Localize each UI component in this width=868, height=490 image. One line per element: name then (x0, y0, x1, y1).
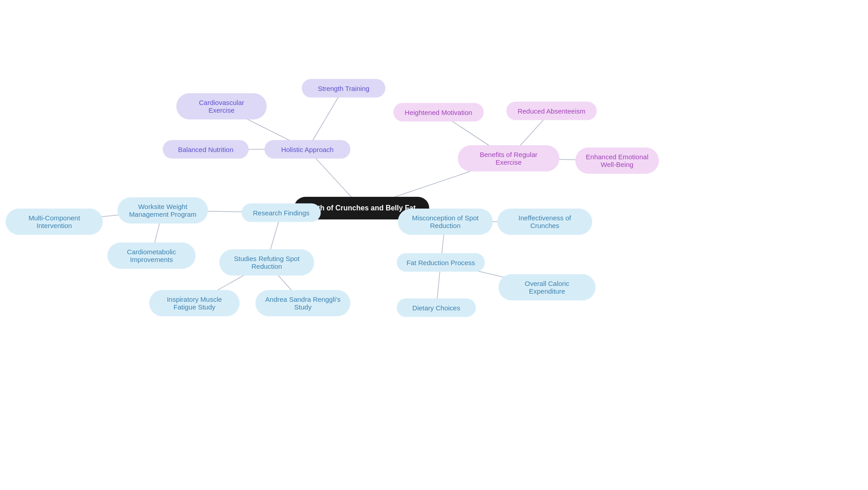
node-worksite[interactable]: Worksite Weight Management Program (118, 197, 208, 224)
node-ineffective[interactable]: Ineffectiveness of Crunches (497, 209, 592, 235)
node-inspiratory[interactable]: Inspiratory Muscle Fatigue Study (149, 290, 240, 316)
node-absenteeism[interactable]: Reduced Absenteeism (506, 102, 597, 120)
node-research[interactable]: Research Findings (242, 204, 321, 222)
mindmap-container: Myth of Crunches and Belly FatHolistic A… (0, 0, 868, 490)
node-benefits[interactable]: Benefits of Regular Exercise (458, 145, 560, 171)
node-misconception[interactable]: Misconception of Spot Reduction (398, 209, 493, 235)
node-strength[interactable]: Strength Training (302, 79, 386, 98)
node-balanced[interactable]: Balanced Nutrition (163, 140, 249, 159)
node-studies[interactable]: Studies Refuting Spot Reduction (219, 249, 314, 276)
node-cardiometa[interactable]: Cardiometabolic Improvements (108, 243, 196, 269)
node-holistic[interactable]: Holistic Approach (264, 140, 350, 159)
node-andrea[interactable]: Andrea Sandra Renggli's Study (255, 290, 350, 316)
node-emotional[interactable]: Enhanced Emotional Well-Being (576, 147, 659, 174)
node-fatreduction[interactable]: Fat Reduction Process (397, 253, 485, 272)
node-dietary[interactable]: Dietary Choices (397, 299, 476, 317)
node-motivation[interactable]: Heightened Motivation (393, 103, 484, 122)
node-caloric[interactable]: Overall Caloric Expenditure (499, 274, 596, 300)
node-cardiovascular[interactable]: Cardiovascular Exercise (176, 93, 267, 119)
node-multicomp[interactable]: Multi-Component Intervention (6, 209, 103, 235)
